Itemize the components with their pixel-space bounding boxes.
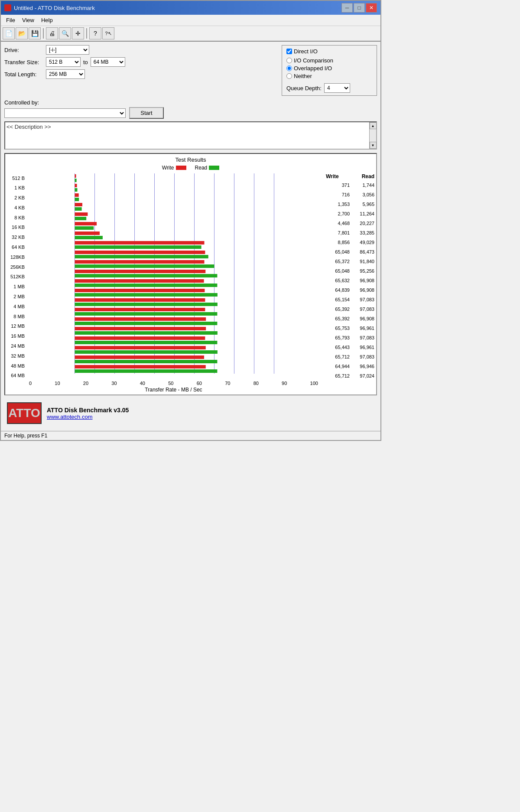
write-value: 65,392 [326,316,350,321]
read-value: 11,264 [351,211,374,216]
svg-rect-43 [75,327,206,330]
row-label: 32 MB [11,351,25,361]
svg-rect-32 [75,274,218,277]
write-value: 65,712 [326,373,350,378]
x-axis-label: 10 [55,381,60,386]
overlapped-io-radio[interactable] [286,65,292,71]
drive-select[interactable]: [-i-] C: D: [46,45,89,55]
read-value: 49,029 [351,240,374,245]
row-label: 512 B [12,173,25,183]
svg-rect-46 [75,341,218,344]
result-row: 65,71297,083 [322,352,374,362]
x-axis-label: 0 [29,381,32,386]
zoom-button[interactable]: 🔍 [59,27,71,39]
write-value: 4,468 [326,221,350,226]
new-button[interactable]: 📄 [3,27,15,39]
chart-bars-wrapper [26,173,322,381]
svg-rect-49 [75,355,205,359]
svg-rect-41 [75,317,206,321]
neither-row: Neither [286,73,372,79]
chart-bars-svg [26,173,322,374]
result-row: 65,63296,908 [322,276,374,285]
transfer-label: Transfer Size: [4,59,43,65]
to-label: to [83,59,88,65]
write-value: 65,632 [326,278,350,283]
svg-rect-27 [75,251,205,254]
row-label: 2 MB [13,292,25,302]
save-button[interactable]: 💾 [29,27,41,39]
direct-io-checkbox[interactable] [286,49,292,54]
queue-depth-select[interactable]: 4 1 2 8 [324,83,350,93]
result-row: 65,04895,256 [322,266,374,276]
close-button[interactable]: ✕ [366,3,377,13]
svg-rect-28 [75,255,208,258]
svg-rect-20 [75,217,87,220]
direct-io-label: Direct I/O [294,48,318,55]
result-row: 1,3535,965 [322,199,374,209]
controlled-area: Controlled by: Start [4,99,377,119]
svg-rect-30 [75,264,214,268]
menu-help[interactable]: Help [38,16,56,25]
scroll-up-arrow[interactable]: ▲ [370,122,377,129]
description-scrollbar[interactable]: ▲ ▼ [369,122,376,149]
write-value: 716 [326,192,350,197]
read-value: 97,083 [351,307,374,312]
svg-rect-52 [75,369,218,373]
open-button[interactable]: 📂 [16,27,28,39]
read-value: 97,083 [351,335,374,340]
app-icon [4,4,11,11]
row-label: 8 KB [14,213,25,222]
result-row: 7163,056 [322,190,374,199]
io-comparison-radio[interactable] [286,58,292,63]
print-button[interactable]: 🖨 [46,27,58,39]
minimize-button[interactable]: ─ [341,3,353,13]
read-value: 96,908 [351,316,374,321]
row-label: 4 MB [13,302,25,311]
result-row: 8,85649,029 [322,238,374,247]
controlled-by-select[interactable] [4,108,126,118]
x-axis-label: 100 [310,381,318,386]
row-label: 128KB [10,252,25,262]
svg-rect-12 [75,179,77,182]
write-value: 64,839 [326,287,350,293]
move-button[interactable]: ✛ [72,27,84,39]
svg-rect-45 [75,336,205,340]
read-value: 33,285 [351,230,374,235]
write-legend: Write [162,165,186,171]
maximize-button[interactable]: □ [354,3,365,13]
right-controls: Direct I/O I/O Comparison Overlapped I/O… [282,45,377,96]
write-value: 65,048 [326,249,350,254]
x-axis-label: 70 [225,381,230,386]
direct-io-row: Direct I/O [286,48,372,55]
read-legend: Read [195,165,220,171]
read-legend-color [209,166,219,170]
menu-view[interactable]: View [19,16,38,25]
read-value: 95,256 [351,268,374,274]
left-controls: Drive: [-i-] C: D: Transfer Size: 512 B … [4,45,277,96]
scroll-track [370,129,376,142]
x-axis-label: 90 [282,381,287,386]
transfer-to-select[interactable]: 64 MB 32 MB [91,57,125,67]
transfer-from-select[interactable]: 512 B 1 KB 2 KB [46,57,81,67]
neither-radio[interactable] [286,73,292,79]
controlled-by-label: Controlled by: [4,99,377,106]
pointer-help-button[interactable]: ?↖ [102,27,114,39]
svg-rect-26 [75,245,202,249]
result-row: 3711,744 [322,180,374,190]
x-axis-label: 50 [168,381,173,386]
menu-file[interactable]: File [3,16,19,25]
svg-rect-21 [75,222,97,225]
write-value: 65,372 [326,259,350,264]
chart-body: 512 B1 KB2 KB4 KB8 KB16 KB32 KB64 KB128K… [7,173,374,381]
footer-website[interactable]: www.attotech.com [47,414,129,420]
total-length-label: Total Length: [4,71,43,78]
svg-rect-15 [75,193,79,197]
start-button[interactable]: Start [129,107,164,119]
drive-row: Drive: [-i-] C: D: [4,45,277,55]
write-legend-color [176,166,186,170]
result-row: 65,71297,024 [322,371,374,381]
scroll-down-arrow[interactable]: ▼ [370,142,377,149]
help-button[interactable]: ? [89,27,101,39]
total-length-select[interactable]: 256 MB 512 MB 1 GB [46,69,85,79]
toolbar: 📄 📂 💾 🖨 🔍 ✛ ? ?↖ [1,26,380,42]
